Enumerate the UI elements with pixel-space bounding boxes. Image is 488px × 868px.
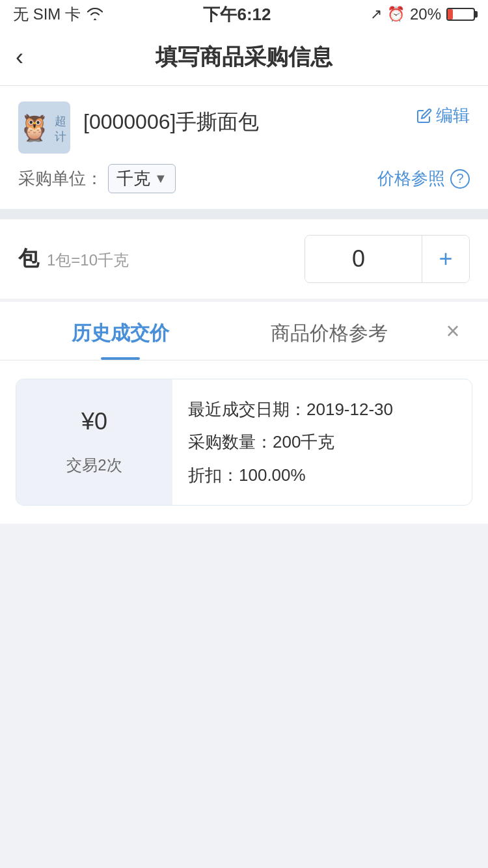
- tab-close-button[interactable]: ×: [433, 312, 472, 351]
- page-title: 填写商品采购信息: [156, 42, 332, 72]
- product-info: 🦉 超计 [0000006]手撕面包: [18, 102, 416, 154]
- status-time: 下午6:12: [203, 3, 271, 26]
- recent-date-value: 2019-12-30: [306, 400, 393, 419]
- location-icon: ↗: [370, 6, 382, 23]
- edit-label: 编辑: [436, 104, 470, 127]
- price-card-right: 最近成交日期：2019-12-30 采购数量：200千克 折扣：100.00%: [172, 379, 472, 505]
- help-icon: ?: [450, 169, 470, 189]
- quantity-row: 包 1包=10千克 +: [0, 219, 488, 299]
- price-card-left: ¥0 交易2次: [16, 379, 172, 505]
- recent-date-row: 最近成交日期：2019-12-30: [188, 398, 456, 421]
- recent-date-label: 最近成交日期：: [188, 400, 306, 419]
- price-trades: 交易2次: [66, 455, 122, 476]
- status-right: ↗ ⏰ 20%: [370, 5, 475, 23]
- price-cards: ¥0 交易2次 最近成交日期：2019-12-30 采购数量：200千克 折扣：…: [0, 360, 488, 524]
- price-amount: ¥0: [81, 409, 107, 450]
- discount-value: 100.00%: [239, 465, 306, 485]
- tab-history-price[interactable]: 历史成交价: [16, 302, 224, 360]
- quantity-unit-conversion: 1包=10千克: [47, 250, 129, 271]
- dropdown-arrow-icon: ▼: [154, 171, 167, 186]
- purchase-qty-value: 200千克: [273, 432, 334, 452]
- purchase-qty-row: 采购数量：200千克: [188, 430, 456, 454]
- owl-logo: 🦉: [18, 115, 51, 141]
- divider: [0, 209, 488, 219]
- nav-bar: ‹ 填写商品采购信息: [0, 29, 488, 86]
- unit-value: 千克: [116, 167, 150, 190]
- sim-status: 无 SIM 卡: [13, 4, 81, 25]
- edit-icon: [416, 108, 432, 124]
- battery-bar: [446, 8, 475, 21]
- quantity-unit-main: 包: [18, 245, 39, 273]
- battery-fill: [448, 9, 453, 20]
- unit-row: 采购单位： 千克 ▼ 价格参照 ?: [18, 164, 470, 193]
- price-value: 0: [94, 408, 107, 435]
- wifi-icon: [86, 8, 104, 21]
- discount-row: 折扣：100.00%: [188, 463, 456, 487]
- price-ref-button[interactable]: 价格参照 ?: [377, 167, 470, 190]
- product-image: 🦉 超计: [18, 102, 70, 154]
- price-ref-label: 价格参照: [377, 167, 445, 190]
- back-button[interactable]: ‹: [16, 44, 23, 71]
- currency-symbol: ¥: [81, 408, 94, 435]
- battery-percent: 20%: [410, 5, 441, 23]
- status-left: 无 SIM 卡: [13, 4, 104, 25]
- price-card: ¥0 交易2次 最近成交日期：2019-12-30 采购数量：200千克 折扣：…: [16, 379, 472, 506]
- bottom-area: [0, 524, 488, 868]
- quantity-label: 包 1包=10千克: [18, 245, 129, 273]
- quantity-control: +: [305, 235, 470, 283]
- discount-label: 折扣：: [188, 465, 239, 485]
- product-card: 🦉 超计 [0000006]手撕面包 编辑 采购单位： 千克 ▼ 价格参照 ?: [0, 86, 488, 209]
- purchase-qty-label: 采购数量：: [188, 432, 273, 452]
- tab-bar: 历史成交价 商品价格参考 ×: [0, 302, 488, 360]
- unit-select[interactable]: 千克 ▼: [108, 164, 176, 193]
- logo-text: 超计: [51, 113, 70, 144]
- quantity-input[interactable]: [305, 236, 422, 282]
- product-name: [0000006]手撕面包: [83, 102, 259, 137]
- quantity-plus-button[interactable]: +: [422, 236, 469, 282]
- tab-section: 历史成交价 商品价格参考 × ¥0 交易2次 最近成交日期：2019-12-30…: [0, 302, 488, 524]
- tab-product-price-ref[interactable]: 商品价格参考: [224, 302, 433, 360]
- edit-button[interactable]: 编辑: [416, 102, 470, 127]
- alarm-icon: ⏰: [387, 6, 405, 23]
- status-bar: 无 SIM 卡 下午6:12 ↗ ⏰ 20%: [0, 0, 488, 29]
- product-header: 🦉 超计 [0000006]手撕面包 编辑: [18, 102, 470, 154]
- unit-label: 采购单位：: [18, 167, 103, 190]
